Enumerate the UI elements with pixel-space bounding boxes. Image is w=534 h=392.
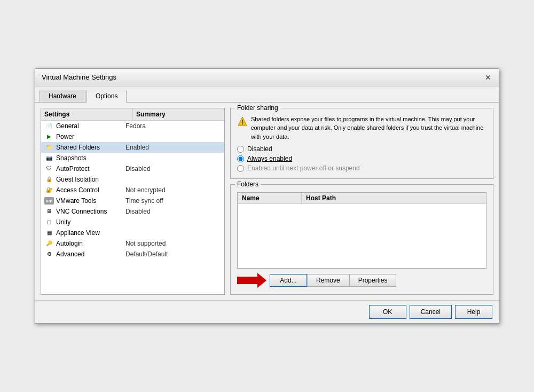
item-name-unity: Unity (56, 218, 125, 226)
list-item-appliance-view[interactable]: ▦ Appliance View (41, 228, 224, 238)
warning-text: Shared folders expose your files to prog… (251, 115, 486, 142)
item-name-power: Power (56, 133, 125, 140)
radio-always-enabled-label: Always enabled (247, 155, 292, 162)
bottom-bar: OK Cancel Help (35, 300, 499, 323)
access-control-icon: 🔐 (44, 186, 54, 194)
folders-group-title: Folders (235, 181, 261, 188)
vnc-icon: 🖥 (44, 208, 54, 215)
folders-group: Folders Name Host Path Add... Remove Pro (230, 184, 493, 295)
item-name-vmware-tools: VMware Tools (56, 197, 125, 205)
radio-always-enabled[interactable] (237, 155, 244, 162)
content-area: Settings Summary 📄 General Fedora ▶ Powe… (35, 103, 499, 301)
virtual-machine-settings-dialog: Virtual Machine Settings ✕ Hardware Opti… (35, 68, 499, 324)
radio-group: Disabled Always enabled Enabled until ne… (237, 145, 486, 172)
item-name-vnc-connections: VNC Connections (56, 208, 125, 215)
title-bar: Virtual Machine Settings ✕ (35, 69, 499, 87)
properties-button[interactable]: Properties (349, 274, 397, 287)
radio-disabled-row: Disabled (237, 145, 486, 153)
svg-marker-2 (237, 273, 266, 288)
radio-disabled[interactable] (237, 146, 244, 153)
settings-list: 📄 General Fedora ▶ Power 📁 Shared Folder… (41, 121, 224, 260)
close-button[interactable]: ✕ (484, 73, 492, 82)
ok-button[interactable]: OK (369, 305, 406, 319)
item-summary-general: Fedora (125, 122, 146, 130)
item-summary-autologin: Not supported (125, 240, 166, 247)
right-panel: Folder sharing ! Shared folders expose y… (230, 108, 493, 295)
list-item-vnc-connections[interactable]: 🖥 VNC Connections Disabled (41, 206, 224, 217)
guest-isolation-icon: 🔒 (44, 176, 54, 183)
shared-folders-icon: 📁 (44, 144, 54, 151)
unity-icon: ◻ (44, 218, 54, 226)
item-name-snapshots: Snapshots (56, 154, 125, 162)
folder-sharing-title: Folder sharing (235, 104, 280, 112)
list-item-autologin[interactable]: 🔑 Autologin Not supported (41, 238, 224, 249)
add-button[interactable]: Add... (270, 274, 307, 287)
radio-always-enabled-row: Always enabled (237, 155, 486, 162)
list-item-power[interactable]: ▶ Power (41, 131, 224, 142)
warning-icon: ! (237, 116, 248, 127)
folder-sharing-group: Folder sharing ! Shared folders expose y… (230, 108, 493, 179)
item-summary-autoprotect: Disabled (125, 165, 151, 173)
list-item-vmware-tools[interactable]: vm VMware Tools Time sync off (41, 195, 224, 206)
svg-text:!: ! (241, 119, 244, 126)
item-name-advanced: Advanced (56, 250, 125, 258)
folders-buttons-row: Add... Remove Properties (237, 273, 486, 288)
tab-bar: Hardware Options (35, 87, 499, 103)
list-item-autoprotect[interactable]: 🛡 AutoProtect Disabled (41, 163, 224, 174)
list-item-access-control[interactable]: 🔐 Access Control Not encrypted (41, 185, 224, 195)
item-summary-advanced: Default/Default (125, 250, 168, 258)
list-item-guest-isolation[interactable]: 🔒 Guest Isolation (41, 174, 224, 185)
autoprotect-icon: 🛡 (44, 165, 54, 173)
list-item-advanced[interactable]: ⚙ Advanced Default/Default (41, 249, 224, 260)
radio-enabled-until-label: Enabled until next power off or suspend (247, 164, 360, 172)
col-hostpath-header: Host Path (302, 193, 486, 203)
folders-table-header: Name Host Path (238, 193, 486, 204)
item-name-autoprotect: AutoProtect (56, 165, 125, 173)
appliance-view-icon: ▦ (44, 229, 54, 237)
radio-disabled-label: Disabled (247, 145, 272, 153)
advanced-icon: ⚙ (44, 250, 54, 258)
item-name-guest-isolation: Guest Isolation (56, 176, 125, 183)
general-icon: 📄 (44, 122, 54, 130)
window-title: Virtual Machine Settings (42, 73, 116, 81)
list-item-snapshots[interactable]: 📷 Snapshots (41, 153, 224, 163)
radio-enabled-until-row: Enabled until next power off or suspend (237, 164, 486, 172)
power-icon: ▶ (44, 133, 54, 140)
list-item-shared-folders[interactable]: 📁 Shared Folders Enabled (41, 142, 224, 153)
remove-button[interactable]: Remove (307, 274, 349, 287)
col-name-header: Name (238, 193, 302, 203)
item-summary-shared-folders: Enabled (125, 144, 149, 151)
help-button[interactable]: Help (455, 305, 492, 319)
list-item-general[interactable]: 📄 General Fedora (41, 121, 224, 131)
list-item-unity[interactable]: ◻ Unity (41, 217, 224, 228)
tab-hardware[interactable]: Hardware (40, 90, 85, 102)
settings-list-panel: Settings Summary 📄 General Fedora ▶ Powe… (41, 108, 225, 295)
item-summary-access-control: Not encrypted (125, 186, 166, 194)
radio-enabled-until[interactable] (237, 165, 244, 172)
item-summary-vnc-connections: Disabled (125, 208, 151, 215)
col-summary-header: Summary (133, 108, 224, 120)
settings-list-header: Settings Summary (41, 108, 224, 121)
item-name-shared-folders: Shared Folders (56, 144, 125, 151)
item-name-access-control: Access Control (56, 186, 125, 194)
col-settings-header: Settings (41, 108, 133, 120)
item-name-general: General (56, 122, 125, 130)
snapshots-icon: 📷 (44, 154, 54, 162)
warning-row: ! Shared folders expose your files to pr… (237, 115, 486, 142)
folders-table: Name Host Path (237, 192, 486, 269)
vmware-tools-icon: vm (44, 197, 54, 205)
folders-table-body (238, 204, 486, 268)
red-arrow-indicator (237, 273, 266, 288)
item-name-appliance-view: Appliance View (56, 229, 125, 237)
tab-options[interactable]: Options (87, 90, 127, 103)
cancel-button[interactable]: Cancel (410, 305, 452, 319)
autologin-icon: 🔑 (44, 240, 54, 247)
item-summary-vmware-tools: Time sync off (125, 197, 163, 205)
item-name-autologin: Autologin (56, 240, 125, 247)
